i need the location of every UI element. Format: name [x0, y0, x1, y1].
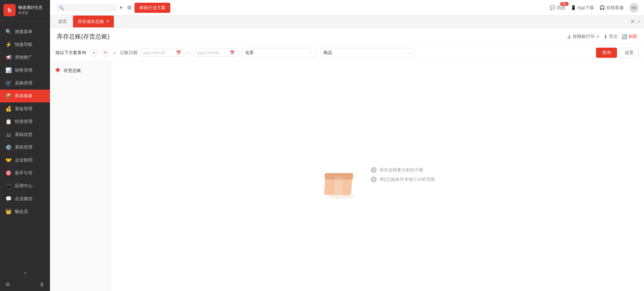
export-icon: ⬇	[604, 34, 608, 39]
warehouse-label: 仓库	[245, 50, 254, 56]
sidebar-scroll-up	[0, 21, 50, 24]
scheme-inventory-icon	[55, 67, 61, 74]
avatar-initials: Rit	[631, 6, 636, 10]
hint-1-text: 请先选择要分析的方案	[379, 167, 423, 173]
svg-text:✦: ✦	[337, 166, 342, 173]
sidebar-item-search-menu[interactable]: 🔍 搜索菜单	[0, 25, 50, 38]
app-download-label: App下载	[577, 5, 594, 11]
date-end-input[interactable]: yyyy-mm-dd 📅	[194, 49, 238, 57]
settings-button[interactable]: 设置	[620, 48, 639, 58]
settings-footer-icon[interactable]: ⚙	[5, 281, 10, 288]
app-name: 畅捷通好生意	[18, 5, 43, 10]
sidebar-item-label: 营销推广	[15, 54, 32, 60]
tab-ledger[interactable]: 库存成本总账 ✕	[73, 16, 114, 27]
sidebar-item-marketing[interactable]: 📢 营销推广	[0, 51, 50, 64]
sidebar-item-label: 基础信息	[15, 131, 32, 138]
empty-illustration: ✦	[320, 156, 361, 197]
warehouse-more-icon[interactable]: ···	[309, 50, 313, 55]
sales-icon: 📊	[5, 67, 11, 73]
sidebar-nav: 🔍 搜索菜单 ⚡ 快捷导航 📢 营销推广 📊 销售管理 🛒 采购管理 📦 库存核…	[0, 24, 50, 269]
header-right: 💬 消息 99+ 📱 App下载 🎧 在线客服 Rit	[550, 3, 639, 13]
print-label: 按模板打印	[573, 33, 595, 40]
sidebar-item-basic-info[interactable]: 🗂 基础信息	[0, 128, 50, 141]
avatar: Rit	[629, 3, 639, 13]
scheme-inventory-label: 存货总账	[64, 68, 81, 74]
sidebar-item-label: 采购管理	[15, 80, 32, 86]
print-button[interactable]: 🖨 按模板打印 ▼	[567, 33, 600, 40]
app-download-action[interactable]: 📱 App下载	[571, 5, 594, 11]
print-dropdown-icon[interactable]: ▼	[596, 34, 600, 39]
sidebar-item-label: 经营管理	[15, 119, 32, 125]
enterprise-wechat-icon: 💬	[5, 196, 11, 202]
filter-bar: 按以下方案查询 + × « 记账日期 yyyy-mm-dd 📅 — yyyy-m…	[50, 44, 644, 62]
filter-remove-button[interactable]: ×	[102, 49, 109, 56]
filter-buttons: 查询 设置	[596, 48, 639, 58]
message-icon: 💬	[550, 5, 555, 10]
guide-icon: 🎯	[5, 170, 11, 176]
tab-home[interactable]: 首页	[53, 16, 72, 27]
cooperation-icon: 🤝	[5, 157, 11, 163]
filter-add-button[interactable]: +	[90, 49, 98, 56]
collapse-sidebar-icon[interactable]: ⏸	[39, 282, 45, 288]
panel-close-button[interactable]: ✕	[630, 18, 635, 25]
dropdown-arrow-icon[interactable]: ▼	[119, 5, 123, 10]
basic-info-icon: 🗂	[5, 131, 11, 138]
search-menu-icon: 🔍	[5, 29, 11, 35]
header-gear-icon[interactable]: ⚙	[127, 4, 132, 11]
app-center-icon: 📱	[5, 183, 11, 189]
warehouse-select[interactable]: 仓库 ···	[242, 48, 316, 57]
date-start-placeholder: yyyy-mm-dd	[143, 50, 165, 55]
sidebar-item-inventory[interactable]: 📦 库存核算	[0, 90, 50, 102]
sidebar-item-quick-nav[interactable]: ⚡ 快捷导航	[0, 38, 50, 51]
sidebar-item-operations[interactable]: 📋 经营管理	[0, 115, 50, 128]
sidebar-item-enterprise-wechat[interactable]: 💬 企业微信	[0, 192, 50, 205]
marketing-icon: 📢	[5, 54, 11, 60]
app-logo: b 畅捷通好生意 标准版	[0, 0, 50, 21]
industry-btn[interactable]: 体验行业方案	[134, 3, 170, 13]
calendar-start-icon[interactable]: 📅	[176, 50, 181, 55]
product-more-icon[interactable]: ···	[408, 50, 412, 55]
product-select[interactable]: 商品 ···	[320, 48, 415, 57]
sidebar-item-purchase[interactable]: 🛒 采购管理	[0, 77, 50, 90]
refresh-label: 刷新	[628, 33, 637, 40]
search-icon: 🔍	[59, 5, 64, 10]
top-header: 🔍 ▼ ⚙ 体验行业方案 💬 消息 99+ 📱 App下载 🎧 在线客服	[50, 0, 644, 16]
sidebar-item-guide[interactable]: 🎯 新手引导	[0, 167, 50, 179]
filter-label: 按以下方案查询	[55, 50, 86, 56]
sidebar-footer: ⚙ ⏸	[0, 277, 50, 291]
date-separator: —	[187, 50, 191, 55]
online-support-label: 在线客服	[606, 5, 624, 11]
header-search-box[interactable]: 🔍	[55, 4, 116, 11]
date-start-input[interactable]: yyyy-mm-dd 📅	[140, 49, 184, 57]
sidebar-item-member[interactable]: 👑 畅会员	[0, 205, 50, 218]
quick-nav-icon: ⚡	[5, 42, 11, 48]
empty-state: ✦ 1 请先选择要分析的方案 2 用[过滤]条件来缩小分析范围	[111, 62, 644, 291]
scheme-item-inventory[interactable]: 存货总账	[50, 64, 110, 77]
sidebar-item-label: 销售管理	[15, 67, 32, 73]
export-label: 导出	[609, 33, 618, 40]
tab-close-icon[interactable]: ✕	[106, 19, 109, 24]
messages-action[interactable]: 💬 消息 99+	[550, 5, 565, 11]
tab-ledger-label: 库存成本总账	[78, 19, 104, 25]
header-left: 🔍 ▼ ⚙ 体验行业方案	[55, 3, 546, 13]
page-header-actions: 🖨 按模板打印 ▼ ⬇ 导出 🔄 刷新	[567, 33, 637, 40]
online-support-action[interactable]: 🎧 在线客服	[599, 5, 624, 11]
content-area: 存货总账	[50, 62, 644, 291]
hint-2-text: 用[过滤]条件来缩小分析范围	[379, 176, 435, 183]
sidebar-item-system[interactable]: ⚙️ 系统管理	[0, 141, 50, 154]
app-edition: 标准版	[18, 10, 43, 15]
sidebar-item-label: 畅会员	[15, 209, 28, 215]
sidebar-item-app-center[interactable]: 📱 应用中心	[0, 179, 50, 192]
user-profile[interactable]: Rit	[629, 3, 639, 13]
member-icon: 👑	[5, 209, 11, 215]
filter-collapse-icon[interactable]: «	[113, 50, 116, 55]
tab-home-label: 首页	[58, 19, 67, 25]
sidebar-item-sales[interactable]: 📊 销售管理	[0, 64, 50, 77]
sidebar-item-cooperation[interactable]: 🤝 企业协同	[0, 154, 50, 167]
sidebar-item-funds[interactable]: 💰 资金管理	[0, 102, 50, 115]
calendar-end-icon[interactable]: 📅	[230, 50, 235, 55]
export-button[interactable]: ⬇ 导出	[604, 33, 618, 40]
query-button[interactable]: 查询	[596, 48, 617, 58]
refresh-button[interactable]: 🔄 刷新	[622, 33, 637, 40]
panel-expand-button[interactable]: ⤢	[637, 19, 641, 24]
